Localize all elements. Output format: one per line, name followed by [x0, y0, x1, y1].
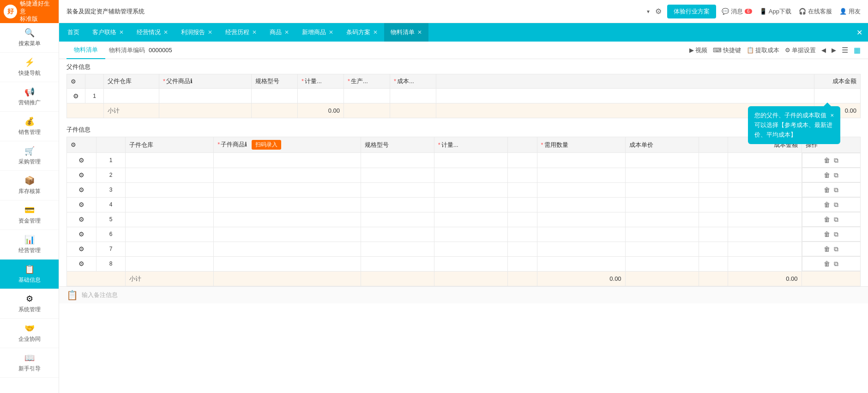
- close-window-icon[interactable]: ✕: [853, 28, 866, 37]
- nav-tab-close-7[interactable]: ✕: [373, 29, 378, 36]
- nav-grid-icon[interactable]: ▦: [854, 46, 861, 54]
- child-row5-delete-icon[interactable]: 🗑: [824, 216, 830, 223]
- sub-tab-material-list[interactable]: 物料清单: [66, 42, 105, 59]
- notes-text[interactable]: 输入备注信息: [82, 291, 118, 299]
- child-row8-copy-icon[interactable]: ⧉: [834, 260, 838, 268]
- child-row7-product[interactable]: [214, 242, 361, 256]
- child-row1-qty[interactable]: [434, 153, 507, 168]
- online-service-action[interactable]: 🎧 在线客服: [799, 7, 832, 16]
- child-row5-need[interactable]: [537, 212, 625, 227]
- nav-tab-7[interactable]: 条码方案✕: [340, 23, 384, 42]
- child-row6-copy-icon[interactable]: ⧉: [834, 230, 838, 238]
- child-row2-costprice[interactable]: [625, 168, 699, 182]
- child-row2-need[interactable]: [537, 168, 625, 182]
- child-row6-product[interactable]: [214, 227, 361, 242]
- parent-row1-warehouse[interactable]: [104, 89, 159, 103]
- sidebar-item-8[interactable]: 📋基础信息: [0, 260, 59, 289]
- user-action[interactable]: 👤 用友: [839, 7, 861, 16]
- child-row7-copy-icon[interactable]: ⧉: [834, 245, 838, 253]
- child-row8-settings[interactable]: ⚙: [67, 256, 96, 272]
- nav-tab-close-6[interactable]: ✕: [329, 29, 333, 36]
- child-row2-warehouse[interactable]: [126, 168, 214, 182]
- child-row3-qty[interactable]: [434, 182, 507, 197]
- child-row8-warehouse[interactable]: [126, 256, 214, 272]
- nav-tab-2[interactable]: 经营情况✕: [130, 23, 175, 42]
- child-row4-settings[interactable]: ⚙: [67, 197, 96, 212]
- child-row5-spec[interactable]: [361, 212, 434, 227]
- parent-row1-product[interactable]: [159, 89, 252, 103]
- child-row3-delete-icon[interactable]: 🗑: [824, 186, 830, 193]
- child-row8-need[interactable]: [537, 256, 625, 272]
- child-row1-product[interactable]: [214, 153, 361, 168]
- child-row1-need[interactable]: [537, 153, 625, 168]
- child-row7-qty[interactable]: [434, 242, 507, 256]
- child-row5-settings[interactable]: ⚙: [67, 212, 96, 227]
- child-row2-spec[interactable]: [361, 168, 434, 182]
- child-row2-copy-icon[interactable]: ⧉: [834, 171, 838, 179]
- child-row4-costprice[interactable]: [625, 197, 699, 212]
- child-row8-qty[interactable]: [434, 256, 507, 272]
- sidebar-item-5[interactable]: 📦库存核算: [0, 171, 59, 200]
- parent-row1-settings[interactable]: ⚙: [67, 89, 85, 103]
- child-row6-need[interactable]: [537, 227, 625, 242]
- child-row4-product[interactable]: [214, 197, 361, 212]
- child-row2-qty[interactable]: [434, 168, 507, 182]
- child-row2-settings[interactable]: ⚙: [67, 168, 96, 182]
- child-row3-copy-icon[interactable]: ⧉: [834, 186, 838, 194]
- child-row4-copy-icon[interactable]: ⧉: [834, 201, 838, 209]
- parent-row1-qty[interactable]: [298, 89, 344, 103]
- parent-row1-prod[interactable]: [344, 89, 390, 103]
- child-row8-costprice[interactable]: [625, 256, 699, 272]
- nav-tab-close-3[interactable]: ✕: [208, 29, 212, 36]
- extract-cost-action[interactable]: 📋 提取成本: [747, 46, 779, 54]
- nav-tab-close-1[interactable]: ✕: [119, 29, 124, 36]
- child-row7-need[interactable]: [537, 242, 625, 256]
- nav-tab-0[interactable]: 首页: [61, 23, 86, 42]
- child-row5-warehouse[interactable]: [126, 212, 214, 227]
- sidebar-item-3[interactable]: 💰销售管理: [0, 112, 59, 141]
- nav-tab-3[interactable]: 利润报告✕: [175, 23, 219, 42]
- sidebar-item-2[interactable]: 📢营销推广: [0, 82, 59, 112]
- child-row4-need[interactable]: [537, 197, 625, 212]
- child-row4-warehouse[interactable]: [126, 197, 214, 212]
- child-row2-product[interactable]: [214, 168, 361, 182]
- child-row4-spec[interactable]: [361, 197, 434, 212]
- nav-tab-5[interactable]: 商品✕: [263, 23, 295, 42]
- sidebar-item-7[interactable]: 📊经营管理: [0, 230, 59, 260]
- nav-next-icon[interactable]: ▶: [832, 47, 836, 54]
- child-row4-qty[interactable]: [434, 197, 507, 212]
- nav-tab-4[interactable]: 经营历程✕: [219, 23, 263, 42]
- nav-prev-icon[interactable]: ◀: [821, 47, 826, 54]
- child-row6-settings[interactable]: ⚙: [67, 227, 96, 242]
- gear-icon[interactable]: ⚙: [655, 7, 662, 16]
- scan-input-button[interactable]: 扫码录入: [252, 140, 281, 150]
- sidebar-item-9[interactable]: ⚙系统管理: [0, 289, 59, 319]
- child-row1-warehouse[interactable]: [126, 153, 214, 168]
- app-download-action[interactable]: 📱 App下载: [760, 7, 791, 16]
- child-row6-delete-icon[interactable]: 🗑: [824, 230, 830, 238]
- video-action[interactable]: ▶ 视频: [689, 46, 707, 54]
- sidebar-item-4[interactable]: 🛒采购管理: [0, 141, 59, 171]
- child-row7-warehouse[interactable]: [126, 242, 214, 256]
- child-row5-product[interactable]: [214, 212, 361, 227]
- sidebar-item-11[interactable]: 📖新手引导: [0, 348, 59, 378]
- child-row7-costprice[interactable]: [625, 242, 699, 256]
- nav-tab-1[interactable]: 客户联络✕: [86, 23, 130, 42]
- nav-tab-close-8[interactable]: ✕: [417, 29, 422, 36]
- child-row6-warehouse[interactable]: [126, 227, 214, 242]
- chevron-down-icon[interactable]: ▾: [647, 8, 650, 15]
- child-row5-qty[interactable]: [434, 212, 507, 227]
- child-row1-copy-icon[interactable]: ⧉: [834, 157, 838, 164]
- child-row2-delete-icon[interactable]: 🗑: [824, 171, 830, 179]
- child-row1-costprice[interactable]: [625, 153, 699, 168]
- child-row7-spec[interactable]: [361, 242, 434, 256]
- nav-tab-6[interactable]: 新增商品✕: [295, 23, 340, 42]
- nav-tab-8[interactable]: 物料清单✕: [384, 23, 428, 42]
- child-row7-settings[interactable]: ⚙: [67, 242, 96, 256]
- child-row3-spec[interactable]: [361, 182, 434, 197]
- parent-row1-cost[interactable]: [390, 89, 436, 103]
- tooltip-close-button[interactable]: ×: [830, 111, 834, 121]
- child-row5-copy-icon[interactable]: ⧉: [834, 216, 838, 224]
- child-row3-warehouse[interactable]: [126, 182, 214, 197]
- child-row8-delete-icon[interactable]: 🗑: [824, 260, 830, 267]
